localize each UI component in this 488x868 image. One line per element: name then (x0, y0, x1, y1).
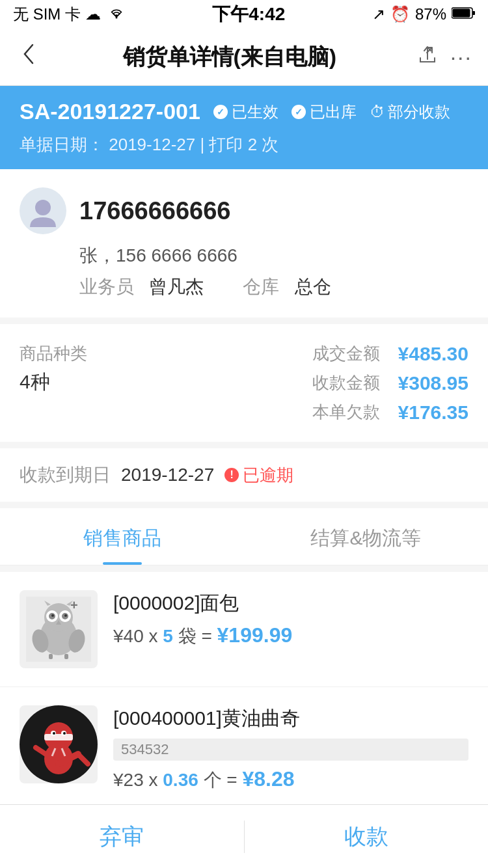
product-price-2: ¥23 x 0.36 个 = ¥8.28 (113, 767, 468, 793)
customer-section: 17666666666 张，156 6666 6666 业务员 曾凡杰 仓库 总… (0, 169, 488, 318)
product-info-2: [000400001]黄油曲奇 534532 ¥23 x 0.36 个 = ¥8… (113, 705, 468, 793)
received-value: ¥308.95 (390, 372, 468, 394)
check-icon-1: ✓ (213, 105, 228, 119)
amount-label: 成交金额 (312, 342, 380, 365)
salesperson-value: 曾凡杰 (149, 277, 204, 297)
location-icon: ↗ (372, 5, 385, 23)
owed-value: ¥176.35 (390, 401, 468, 424)
share-button[interactable] (418, 45, 437, 69)
alarm-icon: ⏰ (390, 5, 410, 23)
amount-value: ¥485.30 (390, 343, 468, 365)
tab-settlement[interactable]: 结算&物流等 (244, 508, 488, 565)
overdue-badge: ! 已逾期 (224, 464, 293, 487)
status-partial: ⏱ 部分收款 (370, 102, 450, 122)
owed-label: 本单欠款 (312, 401, 380, 424)
customer-phone: 17666666666 (79, 197, 230, 225)
svg-point-29 (63, 732, 66, 735)
overdue-label: 已逾期 (243, 464, 293, 487)
confirm-button[interactable]: 收款 (245, 805, 489, 868)
product-kinds-value: 4种 (20, 369, 87, 396)
no-sim-text: 无 SIM 卡 ☁ (13, 4, 101, 25)
battery-text: 87% (415, 5, 446, 23)
product-list: + [0000002]面包 ¥40 x 5 袋 = ¥199.99 (0, 572, 488, 811)
product-qty-1: 5 (163, 626, 173, 646)
nav-actions: ··· (418, 44, 472, 70)
status-bar-time: 下午4:42 (212, 2, 285, 27)
product-item-1: + [0000002]面包 ¥40 x 5 袋 = ¥199.99 (0, 572, 488, 687)
product-qty-2: 0.36 (163, 770, 198, 790)
status-shipped: ✓ 已出库 (291, 102, 357, 122)
more-button[interactable]: ··· (450, 44, 472, 70)
product-thumb-2 (20, 705, 98, 783)
product-thumb-1: + (20, 590, 98, 668)
svg-point-5 (35, 200, 51, 215)
check-icon-2: ✓ (291, 105, 306, 119)
svg-rect-21 (64, 654, 68, 659)
svg-rect-20 (49, 654, 53, 659)
product-info-1: [0000002]面包 ¥40 x 5 袋 = ¥199.99 (113, 590, 468, 668)
warehouse-label: 仓库 (243, 277, 279, 297)
salesperson-label: 业务员 (79, 277, 134, 297)
customer-name: 张，156 6666 6666 (20, 243, 468, 268)
svg-rect-25 (44, 734, 73, 740)
bottom-bar: 弃审 收款 (0, 804, 488, 868)
order-header: SA-20191227-001 ✓ 已生效 ✓ 已出库 ⏱ 部分收款 单据日期：… (0, 86, 488, 169)
received-label: 收款金额 (312, 372, 380, 394)
order-date-line: 单据日期： 2019-12-27 | 打印 2 次 (20, 133, 468, 156)
warehouse-value: 总仓 (295, 277, 331, 297)
svg-rect-2 (472, 11, 475, 15)
customer-avatar (20, 187, 66, 234)
tab-sales-products[interactable]: 销售商品 (0, 508, 244, 565)
product-item-2: [000400001]黄油曲奇 534532 ¥23 x 0.36 个 = ¥8… (0, 687, 488, 811)
svg-point-13 (51, 614, 54, 617)
product-price-1: ¥40 x 5 袋 = ¥199.99 (113, 623, 468, 649)
svg-point-14 (64, 614, 67, 617)
svg-point-28 (53, 732, 55, 735)
due-label: 收款到期日 (20, 463, 111, 487)
nav-bar: 销货单详情(来自电脑) ··· (0, 29, 488, 86)
svg-text:+: + (70, 598, 78, 612)
status-bar-right: ↗ ⏰ 87% (372, 5, 475, 23)
cancel-button[interactable]: 弃审 (0, 805, 244, 868)
clock-icon: ⏱ (370, 103, 385, 121)
status-bar: 无 SIM 卡 ☁ 下午4:42 ↗ ⏰ 87% (0, 0, 488, 29)
overdue-icon: ! (224, 468, 239, 482)
stats-section: 商品种类 4种 成交金额 ¥485.30 收款金额 ¥308.95 本单欠款 ¥… (0, 324, 488, 442)
product-name-2: [000400001]黄油曲奇 (113, 705, 468, 732)
svg-rect-3 (452, 9, 470, 18)
svg-point-0 (115, 17, 117, 19)
product-name-1: [0000002]面包 (113, 590, 468, 617)
product-sku-badge: 534532 (113, 739, 468, 761)
status-active: ✓ 已生效 (213, 102, 278, 122)
back-button[interactable] (16, 36, 42, 78)
order-id: SA-20191227-001 (20, 99, 200, 124)
due-date-section: 收款到期日 2019-12-27 ! 已逾期 (0, 448, 488, 502)
wifi-icon (107, 5, 126, 23)
product-total-1: ¥199.99 (217, 623, 293, 647)
page-title: 销货单详情(来自电脑) (123, 42, 337, 72)
product-total-2: ¥8.28 (242, 767, 294, 791)
battery-icon (452, 5, 475, 23)
tabs-section: 销售商品 结算&物流等 (0, 508, 488, 565)
status-bar-left: 无 SIM 卡 ☁ (13, 4, 126, 25)
customer-meta: 业务员 曾凡杰 仓库 总仓 (20, 275, 468, 299)
product-kinds-label: 商品种类 (20, 342, 87, 365)
due-date-value: 2019-12-27 (121, 465, 214, 485)
